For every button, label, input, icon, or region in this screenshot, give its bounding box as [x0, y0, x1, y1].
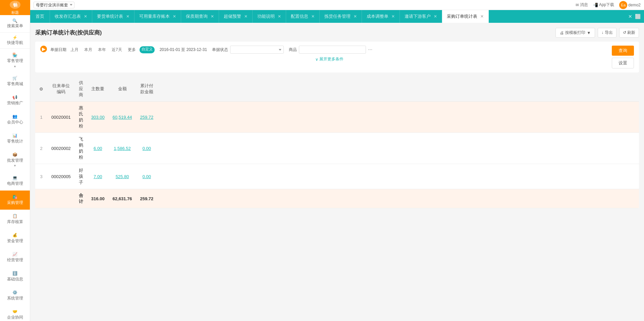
tab-stock-summary[interactable]: 收发存汇总表 ✕	[50, 10, 92, 23]
page-content: 采购订单统计表(按供应商) 🖨 按模板打印 ▼ ↓ 导出 ↺ 刷新	[30, 23, 644, 321]
sidebar-item-wholesale[interactable]: 📦 批发管理 ▼	[0, 148, 30, 171]
date-filter-label: 单据日期	[50, 47, 66, 53]
more-options-btn[interactable]: ···	[368, 47, 372, 53]
tab-usable-inventory[interactable]: 可用量库存账本 ✕	[135, 10, 181, 23]
tab-expiry[interactable]: 保质期查询 ✕	[181, 10, 219, 23]
tab-close-icon[interactable]: ✕	[480, 14, 484, 19]
tab-close-icon[interactable]: ✕	[244, 14, 248, 19]
inventory-icon: 📋	[12, 214, 17, 218]
user-profile[interactable]: Ea demo2	[619, 1, 641, 9]
close-tab-btn[interactable]: ✕	[628, 14, 632, 19]
tab-instructions[interactable]: 功能说明 ✕	[253, 10, 286, 23]
row-num: 1	[35, 102, 47, 133]
tab-close-icon[interactable]: ✕	[354, 14, 357, 19]
data-table-container: ⚙ 往来单位编码 供应商 主数量 金额 累计付款金额 1 00020001 惠氏…	[35, 76, 639, 208]
industry-selector[interactable]: 母婴行业演示账套	[34, 2, 74, 8]
search-button[interactable]: 查询	[612, 46, 634, 56]
table-header: ⚙ 往来单位编码 供应商 主数量 金额 累计付款金额	[35, 76, 639, 102]
tab-close-icon[interactable]: ✕	[173, 14, 176, 19]
tab-close-icon[interactable]: ✕	[84, 14, 87, 19]
app-logo: 畅 标题	[0, 0, 30, 15]
export-button[interactable]: ↓ 导出	[598, 28, 616, 38]
table-row: 1 00020001 惠氏奶粉 303.00 60,519.44 259.72	[35, 102, 639, 133]
date-this-month[interactable]: 本月	[82, 46, 94, 53]
sidebar-item-operations[interactable]: 📈 经营管理	[0, 248, 30, 267]
nav-icon: ⚡	[0, 35, 30, 40]
date-this-year[interactable]: 本年	[96, 46, 108, 53]
status-label: 单据状态	[212, 47, 228, 53]
filter-panel: ▶ 单据日期 上月 本月 本年 近7天 更多 自定义	[35, 42, 639, 72]
tab-overstock[interactable]: 超储预警 ✕	[219, 10, 253, 23]
tab-config[interactable]: 配置信息 ✕	[286, 10, 320, 23]
print-button[interactable]: 🖨 按模板打印 ▼	[555, 28, 595, 38]
date-last-7-days[interactable]: 近7天	[110, 46, 124, 53]
sidebar-item-purchase[interactable]: 🛍️ 采购管理	[0, 191, 30, 210]
tab-invite-downstream[interactable]: 邀请下游客户 ✕	[400, 10, 442, 23]
tab-close-icon[interactable]: ✕	[211, 14, 214, 19]
expand-more-btn[interactable]: ∨ 展开更多条件	[315, 56, 343, 62]
paid-val: 259.72	[136, 102, 157, 133]
sidebar-item-marketing[interactable]: 📢 营销推广	[0, 91, 30, 110]
table-row: 3 00020005 好孩子 7.00 525.80 0.00	[35, 164, 639, 189]
table-row: 2 00020002 飞鹤奶粉 6.00 1,586.52 0.00	[35, 133, 639, 164]
sidebar-item-basic-info[interactable]: ℹ️ 基础信息	[0, 267, 30, 286]
topbar-left: 母婴行业演示账套	[34, 2, 74, 8]
wholesale-icon: 📦	[12, 152, 17, 157]
supplier-name: 惠氏奶粉	[75, 102, 87, 133]
sidebar-item-members[interactable]: 👥 会员中心	[0, 110, 30, 129]
purchase-icon: 🛍️	[12, 195, 17, 199]
app-download-btn[interactable]: 📲 App下载	[593, 2, 614, 8]
tab-purchase-order-stats[interactable]: 采购订单统计表 ✕	[442, 10, 489, 23]
page-title: 采购订单统计表(按供应商)	[35, 29, 102, 37]
chevron-down-icon: ▲	[13, 64, 16, 68]
status-select[interactable]	[230, 46, 284, 54]
date-more[interactable]: 更多	[126, 46, 138, 53]
sidebar-item-system[interactable]: ⚙️ 系统管理	[0, 286, 30, 305]
sidebar-item-finance[interactable]: 💰 资金管理	[0, 229, 30, 248]
goods-input[interactable]	[299, 46, 366, 54]
filter-toggle-btn[interactable]: ▶	[40, 46, 47, 52]
amount-val: 60,519.44	[109, 102, 136, 133]
sidebar-item-ecommerce[interactable]: 💻 电商管理	[0, 171, 30, 191]
maximize-btn[interactable]: ⬜	[635, 14, 641, 19]
sidebar-item-search[interactable]: 🔍 搜索菜单	[0, 15, 30, 33]
stats-icon: 📊	[12, 133, 17, 138]
quantity-val: 303.00	[87, 102, 109, 133]
tab-close-icon[interactable]: ✕	[434, 14, 437, 19]
export-icon: ↓	[601, 30, 603, 35]
message-btn[interactable]: ✉ 消息	[576, 2, 588, 8]
col-unit-code: 往来单位编码	[47, 76, 75, 102]
footer-label	[35, 189, 75, 208]
filter-goods: 商品 ···	[289, 46, 372, 54]
row-extra	[157, 133, 639, 164]
main-area: 母婴行业演示账套 ✉ 消息 📲 App下载 Ea demo2 首页 收发存汇总表…	[30, 0, 644, 321]
sidebar-item-enterprise[interactable]: 🤝 企业协同	[0, 305, 30, 321]
settings-button[interactable]: 设置	[612, 58, 634, 68]
tab-label: 配置信息	[291, 13, 308, 19]
sidebar-item-retail-stats[interactable]: 📊 零售统计	[0, 129, 30, 148]
tab-label: 超储预警	[224, 13, 241, 19]
info-icon: ℹ️	[12, 271, 17, 276]
page-actions: 🖨 按模板打印 ▼ ↓ 导出 ↺ 刷新	[555, 28, 639, 38]
dropdown-arrow-icon: ▼	[587, 31, 591, 35]
sidebar-item-retail-shop[interactable]: 🛒 零售商城	[0, 72, 30, 91]
refresh-icon: ↺	[623, 30, 626, 35]
tab-close-icon[interactable]: ✕	[391, 14, 395, 19]
logo-icon: 畅	[9, 0, 21, 9]
tab-pick-tasks[interactable]: 拣货任务管理 ✕	[320, 10, 362, 23]
tab-close-icon[interactable]: ✕	[126, 14, 129, 19]
sidebar-item-retail-mgmt[interactable]: 🏪 零售管理 ▲	[0, 49, 30, 72]
table-footer: 合计 316.00 62,631.76 259.72	[35, 189, 639, 208]
supplier-name: 好孩子	[75, 164, 87, 189]
tab-close-icon[interactable]: ✕	[311, 14, 315, 19]
refresh-button[interactable]: ↺ 刷新	[619, 28, 639, 38]
tab-label: 保质期查询	[186, 13, 208, 19]
tab-order-stats[interactable]: 要货单统计表 ✕	[92, 10, 135, 23]
tab-close-icon[interactable]: ✕	[278, 14, 281, 19]
date-last-month[interactable]: 上月	[68, 46, 80, 53]
sidebar-item-quick-nav[interactable]: ⚡ 快捷导航	[0, 33, 30, 49]
sidebar-item-inventory[interactable]: 📋 库存核算	[0, 210, 30, 229]
tab-label: 拣货任务管理	[324, 13, 351, 19]
tab-home[interactable]: 首页	[30, 10, 50, 23]
tab-cost-adj[interactable]: 成本调整单 ✕	[362, 10, 400, 23]
